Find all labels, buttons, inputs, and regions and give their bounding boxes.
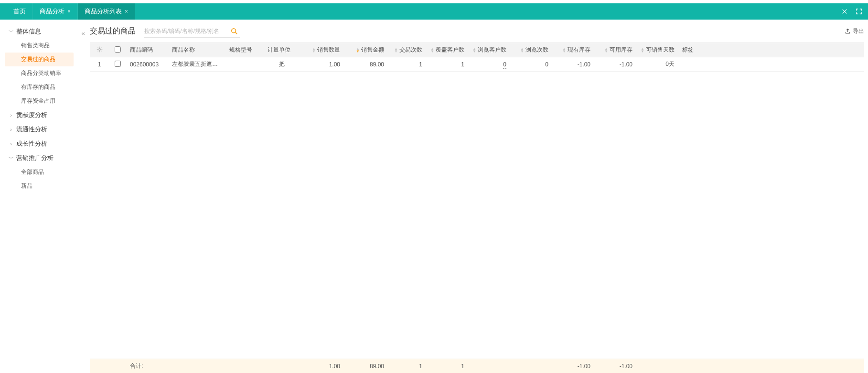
sidebar-item-inventory-capital[interactable]: 库存资金占用 xyxy=(5,94,74,108)
cell-amt: 89.00 xyxy=(344,57,388,72)
sort-icon: ▲▼ xyxy=(520,48,524,53)
cell-cust: 1 xyxy=(426,57,468,72)
column-header-stk[interactable]: ▲▼现有库存 xyxy=(552,43,594,57)
sort-icon: ▲▼ xyxy=(356,48,360,53)
cell-tag xyxy=(678,57,864,72)
sidebar-item-category-turnover[interactable]: 商品分类动销率 xyxy=(5,66,74,80)
collapse-sidebar-button[interactable]: « xyxy=(78,28,88,38)
close-all-tabs-button[interactable] xyxy=(838,5,851,18)
totals-qty: 1.00 xyxy=(300,359,344,373)
totals-amt: 89.00 xyxy=(344,359,388,373)
search-button[interactable] xyxy=(228,28,240,34)
column-header-bcnt[interactable]: ▲▼浏览次数 xyxy=(510,43,552,57)
tab-label: 商品分析列表 xyxy=(85,7,122,16)
totals-stk: -1.00 xyxy=(552,359,594,373)
export-icon xyxy=(845,28,851,34)
sidebar-item-in-stock-products[interactable]: 有库存的商品 xyxy=(5,80,74,94)
cell-txn: 1 xyxy=(388,57,426,72)
column-header-name[interactable]: 商品名称 xyxy=(168,43,225,57)
sidebar-group-label: 流通性分析 xyxy=(16,125,47,134)
column-header-bcust[interactable]: ▲▼浏览客户数 xyxy=(468,43,510,57)
cell-bcnt: 0 xyxy=(510,57,552,72)
svg-point-1 xyxy=(98,48,100,50)
sort-icon: ▲▼ xyxy=(430,48,434,53)
sidebar: ﹀ 整体信息 销售类商品 交易过的商品 商品分类动销率 有库存的商品 库存资金占… xyxy=(0,20,76,373)
cell-spec xyxy=(225,57,264,72)
sort-icon: ▲▼ xyxy=(312,48,316,53)
column-header-qty[interactable]: ▲▼销售数量 xyxy=(300,43,344,57)
sidebar-group-circulation[interactable]: › 流通性分析 xyxy=(5,122,74,137)
export-label: 导出 xyxy=(853,27,864,35)
sidebar-group-label: 整体信息 xyxy=(16,27,41,36)
cell-astk: -1.00 xyxy=(594,57,636,72)
cell-stk: -1.00 xyxy=(552,57,594,72)
sort-icon: ▲▼ xyxy=(562,48,566,53)
cell-index: 1 xyxy=(90,57,109,72)
column-header-unit[interactable]: 计量单位 xyxy=(264,43,300,57)
sidebar-group-contribution[interactable]: › 贡献度分析 xyxy=(5,108,74,122)
totals-bcnt xyxy=(510,359,552,373)
column-header-cust[interactable]: ▲▼覆盖客户数 xyxy=(426,43,468,57)
column-header-astk[interactable]: ▲▼可用库存 xyxy=(594,43,636,57)
sort-icon: ▲▼ xyxy=(641,48,644,53)
sidebar-group-label: 贡献度分析 xyxy=(16,111,47,119)
chevron-right-icon: › xyxy=(9,127,13,132)
close-icon[interactable]: × xyxy=(67,8,71,15)
search-input[interactable] xyxy=(144,28,228,34)
column-checkbox xyxy=(109,43,126,57)
sidebar-item-traded-products[interactable]: 交易过的商品 xyxy=(5,53,74,66)
tab-product-analysis-list[interactable]: 商品分析列表 × xyxy=(78,3,135,20)
cell-unit: 把 xyxy=(264,57,300,72)
export-button[interactable]: 导出 xyxy=(845,27,864,35)
chevron-down-icon: ﹀ xyxy=(9,155,13,162)
totals-days xyxy=(636,359,678,373)
chevron-right-icon: › xyxy=(9,112,13,118)
column-header-spec[interactable]: 规格型号 xyxy=(225,43,264,57)
column-settings-button[interactable] xyxy=(90,43,109,57)
tab-home[interactable]: 首页 xyxy=(7,3,33,20)
cell-code: 002600003 xyxy=(126,57,168,72)
select-all-checkbox[interactable] xyxy=(115,46,121,53)
totals-txn: 1 xyxy=(388,359,426,373)
column-header-tag[interactable]: 标签 xyxy=(678,43,864,57)
sidebar-group-label: 成长性分析 xyxy=(16,139,47,148)
totals-label: 合计: xyxy=(126,359,168,373)
totals-astk: -1.00 xyxy=(594,359,636,373)
cell-days: 0天 xyxy=(636,57,678,72)
totals-cust: 1 xyxy=(426,359,468,373)
sidebar-group-overall[interactable]: ﹀ 整体信息 xyxy=(5,24,74,39)
totals-bcust xyxy=(468,359,510,373)
search-wrap xyxy=(144,24,240,38)
totals-row: 合计: 1.00 89.00 1 1 -1.00 -1.00 xyxy=(90,359,864,373)
tab-label: 首页 xyxy=(13,7,26,16)
sidebar-item-all-products[interactable]: 全部商品 xyxy=(5,165,74,179)
sidebar-group-label: 营销推广分析 xyxy=(16,154,54,162)
table-row[interactable]: 1 002600003 左都胶囊五折遮阳伞防晒伞; 把 1.00 89.00 1… xyxy=(90,57,864,72)
column-header-txn[interactable]: ▲▼交易次数 xyxy=(388,43,426,57)
column-header-code[interactable]: 商品编码 xyxy=(126,43,168,57)
page-title: 交易过的商品 xyxy=(90,26,136,36)
chevron-right-icon: › xyxy=(9,141,13,147)
sidebar-item-sales-products[interactable]: 销售类商品 xyxy=(5,39,74,53)
sidebar-item-new-products[interactable]: 新品 xyxy=(5,179,74,193)
sort-icon: ▲▼ xyxy=(394,48,398,53)
sidebar-group-marketing[interactable]: ﹀ 营销推广分析 xyxy=(5,151,74,165)
tab-label: 商品分析 xyxy=(40,7,64,16)
cell-checkbox xyxy=(109,57,126,72)
svg-point-0 xyxy=(232,28,236,32)
column-header-amt[interactable]: ▲▼销售金额 xyxy=(344,43,388,57)
data-table: 商品编码 商品名称 规格型号 计量单位 ▲▼销售数量 ▲▼销售金额 ▲▼交易次数 xyxy=(90,43,864,72)
row-checkbox[interactable] xyxy=(115,61,121,67)
tab-product-analysis[interactable]: 商品分析 × xyxy=(33,3,78,20)
sort-icon: ▲▼ xyxy=(604,48,608,53)
chevron-down-icon: ﹀ xyxy=(9,28,13,35)
column-header-days[interactable]: ▲▼可销售天数 xyxy=(636,43,678,57)
close-icon[interactable]: × xyxy=(125,8,128,15)
cell-name: 左都胶囊五折遮阳伞防晒伞; xyxy=(168,57,225,72)
sort-icon: ▲▼ xyxy=(472,48,476,53)
sidebar-group-growth[interactable]: › 成长性分析 xyxy=(5,137,74,151)
fullscreen-button[interactable] xyxy=(853,5,865,18)
cell-bcust[interactable]: 0 xyxy=(468,57,510,72)
tab-bar: 首页 商品分析 × 商品分析列表 × xyxy=(0,3,868,20)
cell-qty: 1.00 xyxy=(300,57,344,72)
